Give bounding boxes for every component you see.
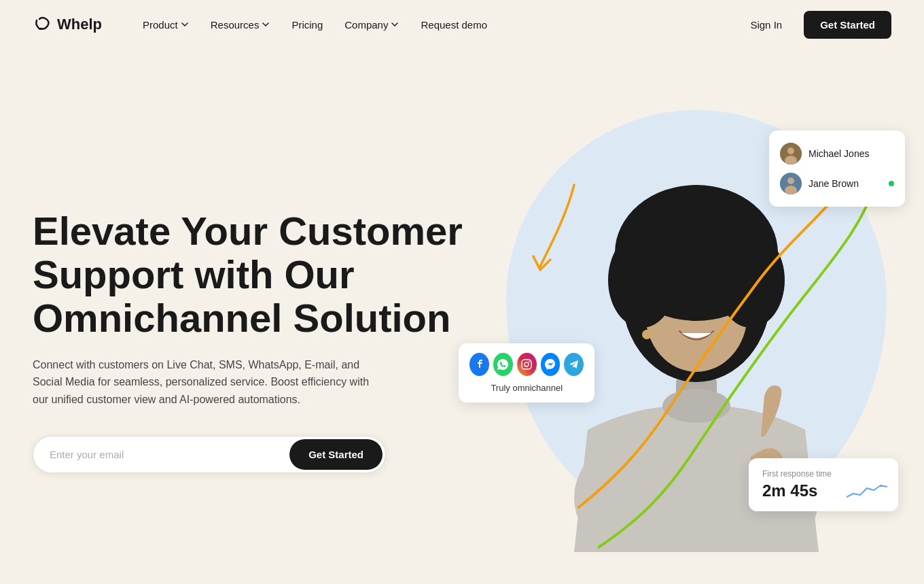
svg-point-19: [529, 361, 530, 362]
hero-section: Elevate Your Customer Support with Our O…: [0, 49, 924, 579]
svg-point-7: [675, 306, 688, 315]
svg-point-5: [608, 233, 676, 328]
chevron-down-icon: [181, 20, 189, 29]
omni-label: Truly omnichannel: [469, 383, 584, 393]
users-card: Michael Jones Jane Brown: [769, 131, 905, 207]
response-label: First response time: [762, 469, 885, 479]
hero-right: Michael Jones Jane Brown: [479, 90, 891, 566]
email-input[interactable]: [33, 436, 287, 473]
nav-item-resources[interactable]: Resources: [202, 14, 279, 36]
nav-right: Sign In Get Started: [739, 11, 891, 39]
svg-point-18: [525, 362, 529, 366]
user-name-michael: Michael Jones: [808, 148, 870, 159]
logo-icon: [33, 15, 52, 34]
user-row-michael: Michael Jones: [780, 139, 894, 169]
channel-icons: [469, 353, 584, 376]
avatar-jane: [780, 173, 802, 194]
hero-subtitle: Connect with customers on Live Chat, SMS…: [33, 356, 386, 409]
chevron-down-icon: [391, 20, 399, 29]
get-started-nav-button[interactable]: Get Started: [804, 11, 891, 39]
navbar: Whelp Product Resources Pricing Company …: [0, 0, 924, 49]
logo[interactable]: Whelp: [33, 15, 102, 34]
svg-rect-17: [522, 360, 531, 369]
get-started-form-button[interactable]: Get Started: [289, 439, 383, 470]
avatar-michael: [780, 143, 802, 165]
nav-item-pricing[interactable]: Pricing: [283, 14, 331, 36]
email-form: Get Started: [33, 436, 386, 473]
omnichannel-card: Truly omnichannel: [459, 343, 594, 402]
chevron-down-icon: [262, 20, 270, 29]
instagram-icon: [517, 353, 537, 376]
mini-chart: [847, 480, 887, 500]
logo-text: Whelp: [57, 16, 102, 33]
svg-point-15: [787, 177, 794, 184]
user-row-jane: Jane Brown: [780, 169, 894, 199]
svg-point-6: [717, 233, 785, 328]
nav-links: Product Resources Pricing Company Reques…: [135, 14, 739, 36]
svg-point-8: [705, 306, 718, 315]
response-time-card: First response time 2m 45s: [749, 458, 898, 511]
svg-point-12: [787, 148, 794, 154]
nav-item-company[interactable]: Company: [336, 14, 407, 36]
hero-title: Elevate Your Customer Support with Our O…: [33, 209, 479, 339]
whatsapp-icon: [493, 353, 513, 376]
facebook-icon: [469, 353, 489, 376]
sign-in-button[interactable]: Sign In: [739, 14, 793, 36]
svg-point-9: [643, 330, 651, 339]
user-name-jane: Jane Brown: [808, 178, 859, 189]
messenger-icon: [541, 353, 561, 376]
telegram-icon: [564, 353, 584, 376]
hero-left: Elevate Your Customer Support with Our O…: [33, 182, 479, 473]
online-indicator: [889, 181, 894, 186]
svg-point-10: [662, 389, 730, 423]
nav-item-request-demo[interactable]: Request demo: [412, 14, 495, 36]
nav-item-product[interactable]: Product: [135, 14, 197, 36]
